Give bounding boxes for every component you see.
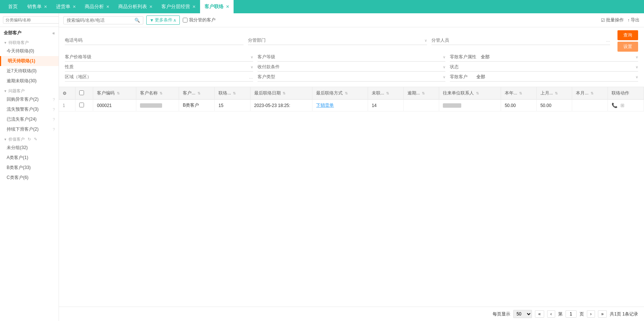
col-last-month-sort-icon[interactable]: ⇅: [555, 91, 558, 95]
nav-customer-tier[interactable]: 客户分层经营 ✕: [157, 0, 200, 13]
nav-home[interactable]: 首页: [3, 0, 23, 13]
nav-customer-contact[interactable]: 客户联络 ✕: [200, 0, 234, 13]
last-contact-way-link[interactable]: 下销货单: [316, 103, 334, 108]
nav-product-analysis-list[interactable]: 商品分析列表 ✕: [114, 0, 157, 13]
filter-nature-arrow-icon[interactable]: ∨: [251, 65, 253, 69]
filter-price-level-arrow-icon[interactable]: ∨: [251, 55, 253, 59]
sidebar-all-customers[interactable]: 全部客户 «: [0, 27, 59, 38]
cell-last-contact-way: 下销货单: [312, 100, 368, 111]
sidebar-continuous-decline-help-icon[interactable]: ?: [53, 127, 55, 132]
cell-last-month: 50.00: [536, 100, 572, 111]
col-this-year-label: 本年...: [505, 90, 517, 96]
cell-this-year: 50.00: [501, 100, 536, 111]
sidebar-item-class-c[interactable]: C类客户(6): [0, 173, 59, 183]
sidebar-item-today[interactable]: 今天待联络(0): [0, 46, 59, 56]
row-checkbox[interactable]: [79, 103, 84, 107]
col-this-year: 本年... ⇅: [501, 87, 536, 100]
batch-op-btn[interactable]: ☑ 批量操作: [601, 17, 624, 23]
col-overdue: 逾期... ⇅: [403, 87, 439, 100]
export-btn[interactable]: ↑ 导出: [627, 17, 640, 23]
table-select-all-checkbox[interactable]: [79, 90, 84, 95]
first-page-btn[interactable]: «: [535, 310, 544, 318]
col-contact-sort-icon[interactable]: ⇅: [233, 91, 236, 95]
filter-retail-attr-arrow-icon[interactable]: ∨: [636, 55, 638, 59]
filter-status-label: 状态: [450, 64, 472, 70]
cell-action: 📞 ⊞: [608, 100, 644, 111]
filter-status-arrow-icon[interactable]: ∨: [636, 65, 638, 69]
col-last-contact-date-sort-icon[interactable]: ⇅: [283, 91, 286, 95]
sidebar-item-class-a[interactable]: A类客户(1): [0, 153, 59, 163]
page-number-input[interactable]: [566, 310, 577, 318]
sidebar-item-ungrouped[interactable]: 未分组(32): [0, 143, 59, 153]
filter-region-more-icon[interactable]: …: [249, 75, 253, 79]
toolbar-filter-btn[interactable]: ▼ 更多条件 ∧: [146, 15, 180, 25]
per-page-select[interactable]: 50 100 200: [513, 310, 532, 318]
col-code-label: 客户编码: [97, 90, 115, 96]
filter-customer-level-arrow-icon[interactable]: ∨: [443, 55, 445, 59]
nav-product-analysis-list-close-icon[interactable]: ✕: [149, 4, 153, 9]
filter-row-4: 区域（地区） … 客户类型 ∨ 零散客户 全部 ∨: [65, 74, 638, 82]
col-overdue-label: 逾期...: [407, 90, 420, 96]
sidebar-all-customers-label: 全部客户: [4, 30, 21, 36]
table-header-row: ⚙ 客户编码 ⇅ 客户名称 ⇅: [59, 87, 644, 100]
sidebar-churned-help-icon[interactable]: ?: [53, 117, 55, 122]
sidebar-item-class-b[interactable]: B类客户(33): [0, 163, 59, 173]
col-uncontacted-sort-icon[interactable]: ⇅: [386, 91, 389, 95]
sidebar-item-week7[interactable]: 近7天待联络(0): [0, 66, 59, 76]
page-unit: 页: [580, 311, 584, 317]
export-label: 导出: [631, 17, 640, 23]
col-this-month-sort-icon[interactable]: ⇅: [591, 91, 594, 95]
filter-retail-customer-arrow-icon[interactable]: ∨: [636, 75, 638, 79]
nav-customer-contact-close-icon[interactable]: ✕: [226, 4, 229, 9]
sidebar-value-refresh-icon[interactable]: ↻: [28, 137, 31, 142]
toolbar-search-input[interactable]: [67, 18, 133, 23]
filter-person-more-icon[interactable]: …: [606, 38, 610, 42]
last-page-btn[interactable]: »: [598, 310, 607, 318]
query-button[interactable]: 查询: [617, 30, 638, 40]
setting-button[interactable]: 设置: [617, 42, 638, 52]
filter-dept-arrow-icon[interactable]: ∨: [424, 38, 427, 42]
sidebar-collapse-icon[interactable]: «: [52, 31, 55, 36]
row-qr-icon[interactable]: ⊞: [620, 103, 624, 108]
nav-sales-close-icon[interactable]: ✕: [44, 4, 47, 9]
sidebar-item-continuous-decline[interactable]: 持续下滑客户(2) ?: [0, 124, 59, 134]
nav-purchase-close-icon[interactable]: ✕: [73, 4, 76, 9]
sidebar-item-churned[interactable]: 已流失客户(24) ?: [0, 114, 59, 124]
row-action-icons: 📞 ⊞: [612, 103, 640, 108]
nav-product-analysis-close-icon[interactable]: ✕: [106, 4, 109, 9]
col-this-year-sort-icon[interactable]: ⇅: [519, 91, 522, 95]
col-name-sort-icon[interactable]: ⇅: [160, 91, 162, 95]
filter-payment-arrow-icon[interactable]: ∨: [443, 65, 445, 69]
row-phone-icon[interactable]: 📞: [612, 103, 617, 108]
filter-customer-type-arrow-icon[interactable]: ∨: [443, 75, 445, 79]
sidebar-item-repurchase-anomaly[interactable]: 回购异常客户(2) ?: [0, 94, 59, 104]
col-overdue-sort-icon[interactable]: ⇅: [422, 91, 425, 95]
my-customers-label: 我分管的客户: [189, 17, 216, 23]
col-code-sort-icon[interactable]: ⇅: [117, 91, 120, 95]
nav-product-analysis[interactable]: 商品分析 ✕: [80, 0, 114, 13]
prev-page-btn[interactable]: ‹: [547, 310, 555, 318]
col-type-sort-icon[interactable]: ⇅: [197, 91, 200, 95]
sidebar-search-input[interactable]: [3, 16, 59, 24]
sidebar-churn-risk-help-icon[interactable]: ?: [53, 107, 55, 112]
my-customers-checkbox[interactable]: [183, 18, 188, 23]
filter-dept-label: 分管部门: [248, 37, 270, 44]
nav-purchase[interactable]: 进货单 ✕: [52, 0, 80, 13]
nav-sales[interactable]: 销售单 ✕: [23, 0, 52, 13]
filter-actions: 查询 设置: [617, 30, 638, 52]
table-gear-icon[interactable]: ⚙: [63, 91, 67, 96]
toolbar-search-icon[interactable]: 🔍: [134, 18, 140, 23]
col-gear[interactable]: ⚙: [59, 87, 76, 100]
col-checkbox: [76, 87, 93, 100]
nav-customer-tier-close-icon[interactable]: ✕: [192, 4, 196, 9]
sidebar-item-overdue[interactable]: 逾期未联络(30): [0, 76, 59, 86]
sidebar-item-tomorrow[interactable]: 明天待联络(1): [0, 56, 59, 66]
filter-phone-input[interactable]: [89, 38, 244, 43]
customer-name-blurred: [140, 103, 162, 108]
col-partner-contact-sort-icon[interactable]: ⇅: [476, 91, 479, 95]
sidebar-repurchase-help-icon[interactable]: ?: [53, 97, 55, 102]
col-last-contact-way-sort-icon[interactable]: ⇅: [345, 91, 348, 95]
sidebar-item-churn-risk[interactable]: 流失预警客户(3) ?: [0, 104, 59, 114]
next-page-btn[interactable]: ›: [587, 310, 595, 318]
sidebar-value-edit-icon[interactable]: ✎: [34, 137, 37, 142]
